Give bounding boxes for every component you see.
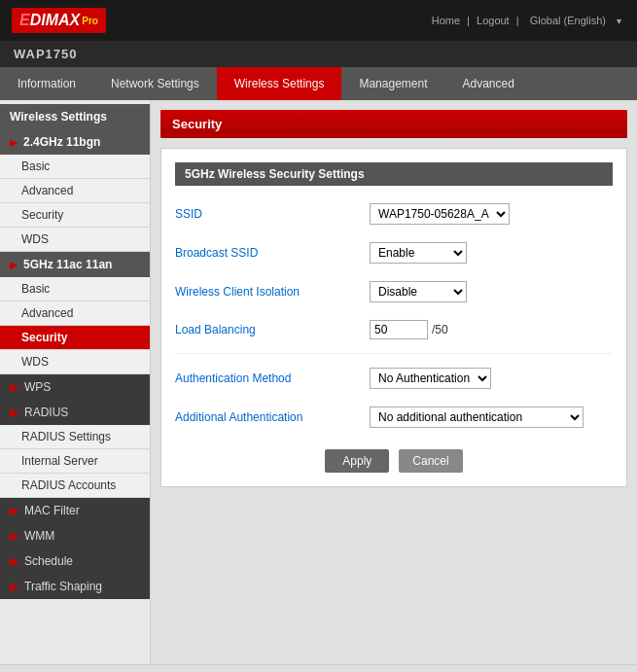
logo-box: EDIMAX Pro	[12, 8, 106, 33]
sidebar-item-radius-accounts[interactable]: RADIUS Accounts	[0, 474, 150, 498]
ssid-select[interactable]: WAP1750-05628A_A	[370, 203, 510, 225]
arrow-icon-radius: ▶	[10, 406, 18, 419]
section-label-traffic-shaping: Traffic Shaping	[24, 580, 102, 593]
section-label-schedule: Schedule	[24, 554, 73, 568]
sidebar-section-wps[interactable]: ▶ WPS	[0, 374, 150, 400]
sidebar-title: Wireless Settings	[0, 104, 150, 129]
sidebar-item-24ghz-advanced[interactable]: Advanced	[0, 179, 150, 203]
sidebar-item-5ghz-basic[interactable]: Basic	[0, 277, 150, 301]
arrow-icon-5ghz: ▶	[10, 260, 18, 270]
client-isolation-control: Disable	[370, 281, 613, 302]
sidebar-section-5ghz[interactable]: ▶ 5GHz 11ac 11an	[0, 252, 150, 277]
arrow-icon-traffic: ▶	[10, 580, 18, 593]
broadcast-ssid-select[interactable]: Enable	[370, 242, 467, 264]
sidebar: Wireless Settings ▶ 2.4GHz 11bgn Basic A…	[0, 100, 151, 664]
sidebar-item-5ghz-security[interactable]: Security	[0, 326, 150, 350]
nav-wireless-settings[interactable]: Wireless Settings	[217, 67, 342, 100]
model-bar: WAP1750	[0, 41, 637, 67]
sidebar-group-5ghz: Basic Advanced Security WDS	[0, 277, 150, 374]
sidebar-item-24ghz-basic[interactable]: Basic	[0, 155, 150, 179]
section-label-radius: RADIUS	[24, 406, 68, 419]
sidebar-section-radius[interactable]: ▶ RADIUS	[0, 400, 150, 425]
ssid-label: SSID	[175, 207, 370, 221]
sidebar-item-5ghz-advanced[interactable]: Advanced	[0, 301, 150, 326]
load-balancing-control: 50 /50	[370, 320, 613, 339]
section-label-24ghz: 2.4GHz 11bgn	[23, 135, 100, 149]
arrow-icon-mac: ▶	[10, 504, 18, 517]
load-balancing-input[interactable]: 50	[370, 320, 428, 339]
content-area: Security 5GHz Wireless Security Settings…	[151, 100, 637, 664]
chevron-down-icon: ▾	[617, 16, 621, 26]
logo-edimax: EDIMAX	[19, 12, 80, 29]
apply-button[interactable]: Apply	[325, 449, 389, 473]
auth-method-select[interactable]: No Authentication	[370, 368, 491, 389]
content-box: 5GHz Wireless Security Settings SSID WAP…	[160, 148, 627, 487]
arrow-icon-24ghz: ▶	[10, 137, 18, 148]
sidebar-item-internal-server[interactable]: Internal Server	[0, 449, 150, 474]
auth-method-control: No Authentication	[370, 368, 613, 389]
logo-pro: Pro	[82, 16, 98, 26]
form-row-broadcast-ssid: Broadcast SSID Enable	[175, 238, 613, 267]
sidebar-item-24ghz-security[interactable]: Security	[0, 203, 150, 228]
broadcast-ssid-label: Broadcast SSID	[175, 246, 370, 260]
nav-network-settings[interactable]: Network Settings	[93, 67, 217, 100]
ssid-control: WAP1750-05628A_A	[370, 203, 613, 225]
sidebar-section-schedule[interactable]: ▶ Schedule	[0, 548, 150, 574]
sidebar-section-24ghz[interactable]: ▶ 2.4GHz 11bgn	[0, 129, 150, 155]
nav-management[interactable]: Management	[341, 67, 444, 100]
client-isolation-select[interactable]: Disable	[370, 281, 467, 302]
wireless-settings-title: Wireless Settings	[10, 110, 107, 124]
model-name: WAP1750	[14, 47, 78, 61]
sidebar-section-wmm[interactable]: ▶ WMM	[0, 523, 150, 548]
logo-area: EDIMAX Pro	[12, 8, 106, 33]
footer: Copyright 2014 © EDIMAX Technology Co., …	[0, 664, 637, 672]
form-row-additional-auth: Additional Authentication No additional …	[175, 403, 613, 432]
nav-information[interactable]: Information	[0, 67, 93, 100]
sidebar-item-5ghz-wds[interactable]: WDS	[0, 350, 150, 374]
additional-auth-control: No additional authentication	[370, 407, 613, 428]
cancel-button[interactable]: Cancel	[399, 449, 462, 473]
sidebar-item-radius-settings[interactable]: RADIUS Settings	[0, 425, 150, 449]
sidebar-section-mac-filter[interactable]: ▶ MAC Filter	[0, 498, 150, 523]
section-title: Security	[172, 117, 222, 131]
section-label-wps: WPS	[24, 380, 51, 394]
main-layout: Wireless Settings ▶ 2.4GHz 11bgn Basic A…	[0, 100, 637, 664]
sidebar-group-24ghz: Basic Advanced Security WDS	[0, 155, 150, 252]
additional-auth-label: Additional Authentication	[175, 410, 370, 424]
header: EDIMAX Pro Home | Logout | Global (Engli…	[0, 0, 637, 41]
language-selector[interactable]: Global (English)	[530, 15, 606, 26]
broadcast-ssid-control: Enable	[370, 242, 613, 264]
logout-link[interactable]: Logout	[477, 15, 510, 26]
form-row-load-balancing: Load Balancing 50 /50	[175, 316, 613, 343]
arrow-icon-schedule: ▶	[10, 554, 18, 568]
load-balancing-label: Load Balancing	[175, 323, 370, 336]
home-link[interactable]: Home	[432, 15, 460, 26]
sidebar-group-radius: RADIUS Settings Internal Server RADIUS A…	[0, 425, 150, 498]
header-links: Home | Logout | Global (English) ▾	[432, 15, 625, 26]
additional-auth-select[interactable]: No additional authentication	[370, 407, 584, 428]
sidebar-section-traffic-shaping[interactable]: ▶ Traffic Shaping	[0, 574, 150, 599]
sidebar-item-24ghz-wds[interactable]: WDS	[0, 228, 150, 252]
form-divider	[175, 353, 613, 354]
section-label-mac-filter: MAC Filter	[24, 504, 80, 517]
button-row: Apply Cancel	[175, 449, 613, 473]
arrow-icon-wps: ▶	[10, 380, 18, 394]
arrow-icon-wmm: ▶	[10, 529, 18, 543]
auth-method-label: Authentication Method	[175, 371, 370, 385]
form-row-auth-method: Authentication Method No Authentication	[175, 364, 613, 393]
section-label-5ghz: 5GHz 11ac 11an	[23, 258, 112, 271]
form-row-client-isolation: Wireless Client Isolation Disable	[175, 277, 613, 306]
nav-advanced[interactable]: Advanced	[444, 67, 531, 100]
nav-bar: Information Network Settings Wireless Se…	[0, 67, 637, 100]
load-balancing-slash: /50	[432, 323, 448, 336]
client-isolation-label: Wireless Client Isolation	[175, 285, 370, 299]
form-row-ssid: SSID WAP1750-05628A_A	[175, 199, 613, 229]
section-header: Security	[160, 110, 627, 138]
content-box-title: 5GHz Wireless Security Settings	[175, 162, 613, 186]
section-label-wmm: WMM	[24, 529, 54, 543]
